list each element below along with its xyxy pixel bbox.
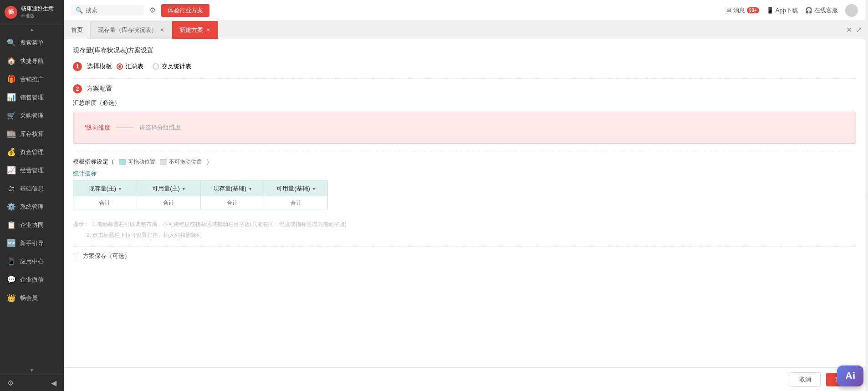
headset-icon: 🎧 — [805, 7, 812, 14]
sidebar-item-operations-label: 经营管理 — [20, 166, 44, 175]
sidebar-item-system[interactable]: ⚙️ 系统管理 — [0, 198, 64, 216]
sidebar-collapse-btn[interactable]: ◀ — [51, 379, 56, 387]
divider-3 — [73, 246, 856, 247]
ind-body-3: 合计 — [201, 196, 265, 210]
sidebar-item-quicknav-label: 快捷导航 — [20, 57, 44, 65]
sidebar-item-member-label: 畅会员 — [20, 294, 38, 302]
sidebar-item-purchase[interactable]: 🛒 采购管理 — [0, 107, 64, 125]
ind-col-3[interactable]: 现存量(基辅) ▾ — [201, 181, 265, 196]
ind-col-4[interactable]: 可用量(基辅) ▾ — [264, 181, 327, 196]
cancel-button[interactable]: 取消 — [790, 372, 821, 387]
resize-handle[interactable] — [865, 0, 868, 391]
sidebar-item-finance-label: 资金管理 — [20, 148, 44, 156]
tab-inventory-close[interactable]: ✕ — [160, 27, 164, 33]
basicinfo-icon: 🗂 — [7, 185, 15, 193]
sidebar-menu: 🔍 搜索菜单 🏠 快捷导航 🎁 营销推广 📊 销售管理 🛒 采购管理 🏬 库存核… — [0, 34, 64, 366]
finance-icon: 💰 — [7, 148, 15, 156]
sidebar-settings-btn[interactable]: ⚙ — [7, 379, 14, 387]
quicknav-icon: 🏠 — [7, 57, 15, 65]
search-box[interactable]: 🔍 — [71, 5, 144, 15]
sidebar-item-quicknav[interactable]: 🏠 快捷导航 — [0, 52, 64, 70]
sidebar-item-operations[interactable]: 📈 经营管理 — [0, 161, 64, 180]
tab-home[interactable]: 首页 — [64, 21, 91, 39]
indicators-table-body: 合计 合计 合计 合计 — [73, 196, 327, 210]
newguide-icon: 🆕 — [7, 239, 15, 247]
main-area: 🔍 ⚙ 体验行业方案 ✉ 消息 99+ 📱 App下载 🎧 在线客服 首 — [64, 0, 865, 391]
topbar-right: ✉ 消息 99+ 📱 App下载 🎧 在线客服 — [726, 4, 858, 17]
sidebar-item-contract[interactable]: 📋 企业协同 — [0, 216, 64, 234]
radio-summary-table[interactable]: 汇总表 — [117, 62, 143, 71]
sidebar-item-marketing-label: 营销推广 — [20, 75, 44, 83]
stat-indicators-title: 统计指标 — [73, 170, 856, 178]
section1-num: 1 — [73, 62, 82, 71]
sidebar-item-sales-label: 销售管理 — [20, 93, 44, 102]
message-badge: 99+ — [747, 7, 759, 13]
tab-expand-btn[interactable]: ⤢ — [856, 26, 862, 34]
content-area: 现存量(库存状况表)方案设置 1 选择模板 汇总表 交叉统计表 — [64, 39, 865, 367]
sidebar-item-search[interactable]: 🔍 搜索菜单 — [0, 34, 64, 52]
topbar-gear-icon[interactable]: ⚙ — [149, 6, 156, 15]
dimension-box[interactable]: *纵向维度 请选择分组维度 — [73, 112, 856, 144]
tab-close-btn[interactable]: ✕ — [846, 26, 852, 34]
sidebar-item-member[interactable]: 👑 畅会员 — [0, 289, 64, 307]
tab-new-scheme[interactable]: 新建方案 ✕ — [172, 21, 218, 39]
sidebar-item-basicinfo[interactable]: 🗂 基础信息 — [0, 180, 64, 198]
ind-col-4-label: 可用量(基辅) — [276, 185, 310, 193]
tabs-right-controls: ✕ ⤢ — [842, 21, 865, 39]
app-version: 标准版 — [21, 13, 54, 19]
ind-col-2-label: 可用量(主) — [152, 185, 180, 193]
ai-bubble[interactable]: Ai — [837, 365, 863, 386]
tabs-bar: 首页 现存量（库存状况表） ✕ 新建方案 ✕ ✕ ⤢ — [64, 21, 865, 39]
ind-body-4: 合计 — [264, 196, 327, 210]
system-icon: ⚙️ — [7, 203, 15, 211]
inventory-icon: 🏬 — [7, 130, 15, 138]
section1-title: 选择模板 — [87, 62, 112, 71]
tab-new-scheme-close[interactable]: ✕ — [206, 27, 210, 33]
tab-inventory[interactable]: 现存量（库存状况表） ✕ — [91, 21, 172, 39]
sidebar-item-inventory[interactable]: 🏬 库存核算 — [0, 125, 64, 143]
ind-body-2: 合计 — [137, 196, 201, 210]
app-download-icon: 📱 — [766, 7, 774, 14]
sidebar-item-wechat-label: 企业微信 — [20, 276, 44, 284]
sidebar-item-newguide[interactable]: 🆕 新手引导 — [0, 234, 64, 252]
section2-title: 方案配置 — [87, 85, 112, 93]
save-checkbox[interactable] — [73, 253, 79, 259]
sidebar-scroll-up[interactable]: ▲ — [0, 25, 64, 34]
sidebar-item-appcenter[interactable]: 📱 应用中心 — [0, 252, 64, 271]
home-tab-label: 首页 — [71, 26, 83, 34]
app-download-btn[interactable]: 📱 App下载 — [766, 6, 798, 15]
legend-draggable: 可拖动位置 — [119, 158, 155, 166]
legend-close: ） — [206, 158, 212, 166]
sidebar-item-wechat[interactable]: 💬 企业微信 — [0, 271, 64, 289]
user-avatar[interactable] — [845, 4, 858, 17]
online-service-btn[interactable]: 🎧 在线客服 — [805, 6, 838, 15]
indicators-label: 模板指标设定（ 可拖动位置 不可拖动位置 ） — [73, 158, 856, 166]
sidebar-item-system-label: 系统管理 — [20, 203, 44, 211]
footer-bar: 取消 查询 — [64, 367, 865, 391]
sidebar-item-sales[interactable]: 📊 销售管理 — [0, 88, 64, 107]
section1-header: 1 选择模板 汇总表 交叉统计表 — [73, 62, 856, 71]
search-menu-icon: 🔍 — [7, 39, 15, 47]
ind-col-1[interactable]: 现存量(主) ▾ — [73, 181, 137, 196]
sidebar-logo: 畅 畅康通好生意 标准版 — [0, 0, 64, 25]
trial-btn[interactable]: 体验行业方案 — [161, 4, 209, 17]
dimension-placeholder: 请选择分组维度 — [139, 123, 181, 132]
wechat-icon: 💬 — [7, 276, 15, 284]
sidebar-item-basicinfo-label: 基础信息 — [20, 185, 44, 193]
sidebar-item-finance[interactable]: 💰 资金管理 — [0, 143, 64, 161]
search-input[interactable] — [86, 7, 131, 14]
message-btn[interactable]: ✉ 消息 99+ — [726, 6, 759, 15]
sidebar-item-contract-label: 企业协同 — [20, 221, 44, 229]
divider-1 — [73, 78, 856, 79]
tips-section: 提示： 1.拖动标题栏可以调整布局，不可跨维度或指标区域拖动栏目字段(只能在同一… — [73, 219, 856, 241]
ind-col-1-label: 现存量(主) — [89, 185, 117, 193]
ind-col-2[interactable]: 可用量(主) ▾ — [137, 181, 201, 196]
ind-body-1: 合计 — [73, 196, 137, 210]
sidebar-item-inventory-label: 库存核算 — [20, 130, 44, 138]
section2-num: 2 — [73, 84, 82, 93]
radio-cross-table[interactable]: 交叉统计表 — [153, 62, 191, 71]
sidebar-scroll-down[interactable]: ▼ — [0, 366, 64, 375]
template-options: 汇总表 交叉统计表 — [117, 62, 191, 71]
radio-summary-label: 汇总表 — [126, 62, 143, 71]
sidebar-item-marketing[interactable]: 🎁 营销推广 — [0, 70, 64, 88]
